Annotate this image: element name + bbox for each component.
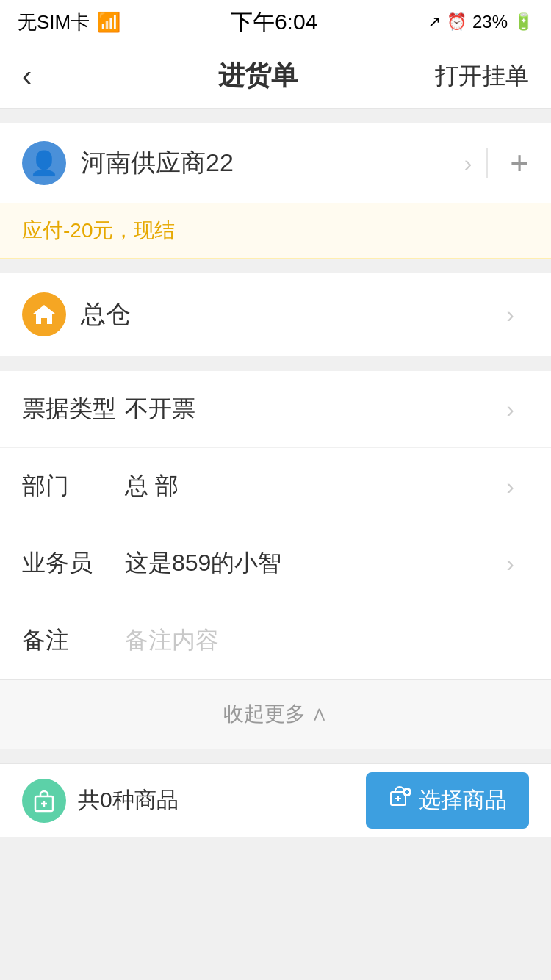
invoice-type-row[interactable]: 票据类型 不开票 ›	[0, 370, 551, 447]
notice-banner: 应付-20元，现结	[0, 203, 551, 259]
gap-1	[0, 109, 551, 123]
department-row[interactable]: 部门 总 部 ›	[0, 447, 551, 525]
open-pending-button[interactable]: 打开挂单	[435, 60, 529, 93]
add-supplier-button[interactable]: +	[510, 145, 529, 181]
department-chevron-icon: ›	[506, 473, 514, 500]
salesperson-chevron-icon: ›	[506, 550, 514, 577]
status-left: 无SIM卡 📶	[18, 10, 120, 35]
supplier-section: 👤 河南供应商22 › + 应付-20元，现结	[0, 123, 551, 259]
supplier-divider	[486, 148, 488, 178]
svg-rect-0	[41, 318, 47, 324]
invoice-type-label: 票据类型	[22, 393, 125, 425]
house-icon	[32, 302, 57, 327]
cart-icon	[388, 786, 411, 815]
salesperson-row[interactable]: 业务员 这是859的小智 ›	[0, 525, 551, 602]
shopping-bag-icon	[31, 788, 57, 814]
invoice-chevron-icon: ›	[506, 396, 514, 423]
remark-row[interactable]: 备注 备注内容	[0, 602, 551, 679]
supplier-chevron-icon: ›	[464, 150, 472, 177]
warehouse-icon	[22, 292, 66, 336]
salesperson-value: 这是859的小智	[125, 547, 506, 580]
warehouse-section: 总仓 ›	[0, 273, 551, 356]
invoice-type-value: 不开票	[125, 393, 506, 425]
gap-2	[0, 259, 551, 273]
product-icon	[22, 779, 66, 823]
product-count: 共0种商品	[78, 785, 366, 815]
department-value: 总 部	[125, 470, 506, 502]
alarm-icon: ⏰	[447, 12, 467, 32]
page-title: 进货单	[218, 58, 298, 94]
supplier-row[interactable]: 👤 河南供应商22 › +	[0, 123, 551, 203]
remark-label: 备注	[22, 624, 125, 657]
warehouse-chevron-icon: ›	[506, 301, 514, 328]
department-label: 部门	[22, 470, 125, 502]
carrier-text: 无SIM卡	[18, 10, 90, 35]
product-bar: 共0种商品 选择商品	[0, 763, 551, 837]
gap-4	[0, 749, 551, 763]
status-bar: 无SIM卡 📶 下午6:04 ↗ ⏰ 23% 🔋	[0, 0, 551, 44]
form-section: 票据类型 不开票 › 部门 总 部 › 业务员 这是859的小智 › 备注 备注…	[0, 370, 551, 749]
wifi-icon: 📶	[97, 11, 120, 34]
collapse-row[interactable]: 收起更多 ∧	[0, 679, 551, 749]
supplier-name: 河南供应商22	[81, 146, 464, 180]
nav-bar: ‹ 进货单 打开挂单	[0, 44, 551, 109]
battery-text: 23%	[472, 12, 508, 32]
avatar-person-icon: 👤	[29, 149, 59, 177]
supplier-avatar: 👤	[22, 141, 66, 185]
page-background	[0, 837, 551, 980]
select-goods-button[interactable]: 选择商品	[366, 772, 529, 829]
status-right: ↗ ⏰ 23% 🔋	[428, 12, 533, 32]
warehouse-row[interactable]: 总仓 ›	[0, 273, 551, 356]
status-time: 下午6:04	[231, 7, 317, 37]
back-button[interactable]: ‹	[22, 60, 81, 93]
remark-input[interactable]: 备注内容	[125, 624, 529, 657]
location-icon: ↗	[428, 12, 441, 32]
collapse-label: 收起更多 ∧	[223, 700, 328, 728]
select-goods-label: 选择商品	[419, 785, 507, 815]
warehouse-label: 总仓	[81, 298, 506, 331]
gap-3	[0, 356, 551, 370]
salesperson-label: 业务员	[22, 547, 125, 580]
battery-icon: 🔋	[514, 12, 533, 32]
